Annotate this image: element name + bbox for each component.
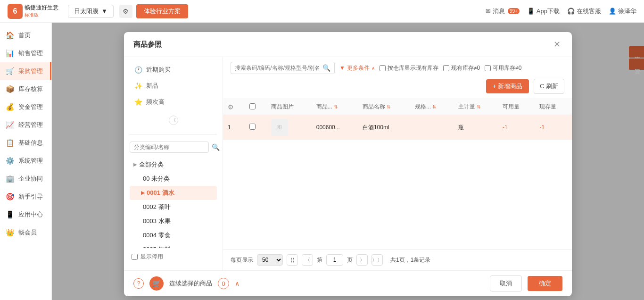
last-page-btn[interactable]: 〉〉 (372, 254, 383, 266)
settings-icon[interactable]: ⚙ (119, 5, 132, 18)
filter-icon: ▼ (339, 65, 345, 71)
menu-frequent[interactable]: ⭐ 频次高 (130, 94, 217, 110)
nav-selector[interactable]: 日太阳膜 ▼ (68, 5, 114, 18)
product-image: 图 (271, 119, 288, 136)
row-checkbox[interactable] (249, 124, 256, 130)
filter-available-checkbox[interactable] (485, 65, 491, 71)
th-unit[interactable]: 主计量 ⇅ (454, 99, 498, 115)
menu-new[interactable]: ✨ 新品 (130, 78, 217, 94)
sort-unit-icon: ⇅ (477, 104, 480, 109)
cat-0002[interactable]: 0002 茶叶 (130, 200, 217, 214)
online-service-btn[interactable]: 🎧 在线客服 (567, 7, 601, 16)
user-profile[interactable]: 👤 徐泽华 (609, 7, 636, 16)
cat-0005[interactable]: 0005 饮料 (130, 242, 217, 248)
business-icon: 📈 (6, 121, 15, 129)
help-icon[interactable]: ? (133, 278, 144, 289)
cancel-btn[interactable]: 取消 (490, 275, 522, 292)
td-stock: -1 (535, 115, 572, 140)
next-page-btn[interactable]: 〉 (356, 254, 368, 266)
td-image: 图 (266, 115, 311, 140)
left-menu: 🕐 近期购买 ✨ 新品 ⭐ 频次高 (124, 62, 223, 110)
sidebar-item-sales[interactable]: 📊 销售管理 (0, 44, 51, 62)
modal-body: 🕐 近期购买 ✨ 新品 ⭐ 频次高 (124, 57, 572, 270)
trial-btn[interactable]: 体验行业方案 (136, 4, 188, 18)
finance-icon: 💰 (6, 103, 15, 111)
td-index: 1 (223, 115, 245, 140)
td-code: 000600... (312, 115, 358, 140)
top-nav: 6 畅捷通好生意 标准版 日太阳膜 ▼ ⚙ 体验行业方案 ✉ 消息 99+ 📱 … (0, 0, 644, 23)
cat-0004[interactable]: 0004 零食 (130, 228, 217, 242)
classify-search-icon[interactable]: 🔍 (212, 143, 220, 151)
sidebar-item-collab[interactable]: 🏢 企业协同 (0, 170, 51, 188)
sort-code-icon: ⇅ (334, 104, 338, 109)
sidebar-item-business[interactable]: 📈 经营管理 (0, 116, 51, 134)
first-page-btn[interactable]: ⟨⟨ (287, 254, 298, 266)
new-icon: ✨ (134, 82, 142, 90)
gear-settings-icon[interactable]: ⚙ (228, 103, 234, 111)
sidebar-item-finance[interactable]: 💰 资金管理 (0, 98, 51, 116)
table-row[interactable]: 1 图 000600... 白酒100ml 瓶 (223, 115, 572, 140)
messages-btn[interactable]: ✉ 消息 99+ (486, 7, 520, 16)
prev-page-btn[interactable]: 〈 (302, 254, 313, 266)
cat-0001[interactable]: ▶ 0001 酒水 (130, 186, 217, 200)
td-available: -1 (498, 115, 535, 140)
category-tree: ▶ 全部分类 00 未分类 ▶ 0001 酒水 (124, 156, 223, 248)
product-reference-modal: 商品参照 ✕ 🕐 近期购买 ✨ 新 (124, 32, 572, 296)
classify-search-input[interactable] (130, 142, 209, 153)
cat-arrow-all: ▶ (133, 162, 137, 167)
modal-toolbar: 🔍 ▼ 更多条件 ∧ 按仓库显示现有库存 (223, 57, 572, 99)
modal-right-panel: 🔍 ▼ 更多条件 ∧ 按仓库显示现有库存 (223, 57, 572, 270)
select-all-checkbox[interactable] (249, 103, 256, 109)
sidebar-item-guide[interactable]: 🎯 新手引导 (0, 188, 51, 206)
sidebar-item-system[interactable]: ⚙️ 系统管理 (0, 152, 51, 170)
sidebar-item-member[interactable]: 👑 畅会员 (0, 224, 51, 242)
modal-header: 商品参照 ✕ (124, 32, 572, 57)
filter-warehouse-checkbox[interactable] (380, 65, 386, 71)
collapse-footer-btn[interactable]: ∧ (235, 280, 239, 287)
show-disabled-checkbox[interactable] (132, 254, 138, 260)
cart-icon[interactable]: 🛒 (149, 276, 164, 291)
refresh-btn[interactable]: C 刷新 (534, 79, 564, 94)
per-page-label: 每页显示 (231, 256, 253, 264)
sidebar-item-inventory[interactable]: 📦 库存核算 (0, 80, 51, 98)
td-spec (410, 115, 454, 140)
td-checkbox (245, 115, 266, 140)
modal-title: 商品参照 (133, 40, 162, 49)
filter-warehouse: 按仓库显示现有库存 (380, 64, 438, 72)
product-search-input[interactable] (235, 65, 320, 71)
frequent-icon: ⭐ (134, 98, 142, 106)
confirm-btn[interactable]: 确定 (528, 276, 562, 291)
th-spec[interactable]: 规格... ⇅ (410, 99, 454, 115)
cat-all[interactable]: ▶ 全部分类 (130, 158, 217, 172)
add-product-btn[interactable]: + 新增商品 (486, 79, 529, 93)
filter-current-stock: 现有库存≠0 (443, 64, 480, 72)
collab-icon: 🏢 (6, 175, 15, 183)
more-filter-btn[interactable]: ▼ 更多条件 ∧ (339, 64, 375, 72)
purchase-icon: 🛒 (6, 67, 15, 75)
total-info: 共1页，1条记录 (390, 256, 430, 264)
sidebar-item-purchase[interactable]: 🛒 采购管理 (0, 62, 51, 80)
home-icon: 🏠 (6, 31, 15, 40)
th-stock: 现存量 (535, 99, 572, 115)
modal-close-btn[interactable]: ✕ (551, 39, 562, 50)
cat-arrow-0001: ▶ (141, 190, 145, 195)
sidebar-item-home[interactable]: 🏠 首页 (0, 26, 51, 44)
page-input[interactable] (326, 254, 343, 266)
th-name[interactable]: 商品名称 ⇅ (358, 99, 410, 115)
th-code[interactable]: 商品... ⇅ (312, 99, 358, 115)
cat-0003[interactable]: 0003 水果 (130, 214, 217, 228)
per-page-select[interactable]: 50 10 20 100 (257, 254, 283, 266)
product-search-box: 🔍 (231, 62, 335, 74)
cat-00[interactable]: 00 未分类 (130, 172, 217, 186)
app-download-btn[interactable]: 📱 App下载 (527, 7, 560, 16)
product-table: ⚙ 商品图片 商品... ⇅ 商品名称 ⇅ 规格... ⇅ 主计量 ⇅ 可用量 (223, 99, 572, 140)
th-checkbox (245, 99, 266, 115)
product-search-icon[interactable]: 🔍 (322, 64, 330, 72)
collapse-left-btn[interactable]: 《 (169, 116, 178, 125)
menu-recent[interactable]: 🕐 近期购买 (130, 62, 217, 78)
inventory-icon: 📦 (6, 85, 15, 93)
sidebar-item-apps[interactable]: 📱 应用中心 (0, 206, 51, 224)
filter-current-checkbox[interactable] (443, 65, 449, 71)
sidebar-item-basic[interactable]: 📋 基础信息 (0, 134, 51, 152)
apps-icon: 📱 (6, 210, 15, 219)
